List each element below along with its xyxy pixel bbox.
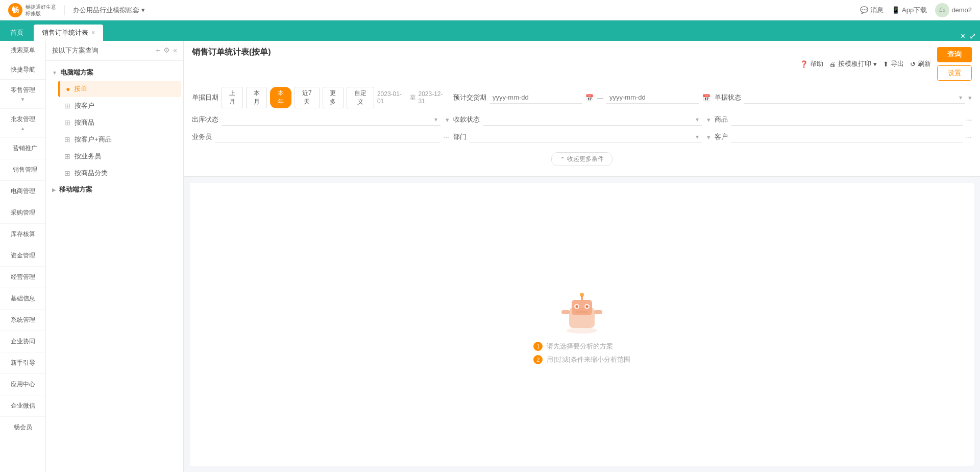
shipment-status-label: 出库状态 [192,115,218,124]
template-print-btn[interactable]: 🖨 按模板打印 ▾ [829,59,877,68]
settings-button[interactable]: 设置 [937,65,972,81]
sidebar-item-wholesale[interactable]: 批发管理 ▲ [0,109,45,138]
payment-status-select[interactable] [483,113,702,126]
collapse-button[interactable]: ⌃ 收起更多条件 [551,152,612,166]
scheme-item-by-goods[interactable]: ⊞ 按商品 [58,114,181,131]
by-salesperson-label: 按业务员 [75,152,101,161]
title-row: 销售订单统计表(按单) ❓ 帮助 🖨 按模板打印 ▾ ⬆ [192,47,972,81]
mobile-group-title: 移动端方案 [59,185,92,194]
customer-input[interactable] [731,131,963,143]
scheme-item-by-category[interactable]: ⊞ 按商品分类 [58,165,181,181]
top-bar-left: 畅 畅捷通好生意 标账版 办公用品行业模拟账套 ▾ [8,3,145,17]
sidebar-search-menu[interactable]: 搜索菜单 [0,41,45,60]
window-max-btn[interactable]: ⤢ [969,31,976,41]
page-title: 销售订单统计表(按单) [192,47,271,58]
tab-close-icon[interactable]: × [91,29,95,36]
collapse-label: 收起更多条件 [567,155,604,163]
tab-home[interactable]: 首页 [2,25,32,41]
sidebar-item-marketing[interactable]: 营销推广 [0,138,45,159]
message-icon: 💬 [860,6,868,14]
wholesale-label: 批发管理 [11,115,35,124]
user-avatar-area[interactable]: Ea demo2 [935,3,972,17]
refresh-icon: ↺ [910,60,916,68]
tab-home-label: 首页 [10,28,23,37]
goods-more-btn[interactable]: ··· [966,115,972,124]
goods-input[interactable] [731,113,963,126]
sidebar-item-inventory[interactable]: 库存核算 [0,224,45,245]
scheme-group-pc-header[interactable]: ▼ 电脑端方案 [46,65,183,80]
tip-text-1: 请先选择要分析的方案 [547,342,613,351]
date-btn-this-month[interactable]: 本月 [246,87,267,108]
sidebar-item-member[interactable]: 畅会员 [0,417,45,438]
bill-status-select[interactable] [744,91,965,104]
scheme-item-by-salesperson[interactable]: ⊞ 按业务员 [58,148,181,164]
collapse-icon: ⌃ [560,156,565,163]
window-close-btn[interactable]: × [961,32,965,41]
sidebar-quick-nav[interactable]: 快捷导航 [0,60,45,80]
date-btn-7days[interactable]: 近7天 [295,87,319,108]
scheme-settings-btn[interactable]: ⚙ [163,46,170,55]
by-category-icon: ⊞ [64,169,70,177]
help-btn[interactable]: ❓ 帮助 [800,59,823,68]
svg-point-0 [567,327,597,334]
scheme-item-by-customer[interactable]: ⊞ 按客户 [58,98,181,114]
sidebar-item-purchase[interactable]: 采购管理 [0,202,45,224]
tab-sales-stats[interactable]: 销售订单统计表 × [34,25,103,41]
scheme-item-by-cust-goods[interactable]: ⊞ 按客户+商品 [58,131,181,148]
app-download-btn[interactable]: 📱 App下载 [892,6,927,15]
appcenter-label: 应用中心 [11,380,35,389]
scheme-collapse-btn[interactable]: « [173,46,177,55]
sidebar-item-newguide[interactable]: 新手引导 [0,352,45,374]
retail-label: 零售管理 [11,86,35,95]
date-btn-custom[interactable]: 自定义 [347,87,374,108]
calendar-icon-end[interactable]: 📅 [702,94,710,102]
expected-date-end-input[interactable] [606,91,699,104]
enterprise-label: 企业协同 [11,337,35,346]
expected-date-label: 预计交货期 [453,93,486,102]
shipment-status-select[interactable] [222,113,440,126]
expected-date-start-input[interactable] [489,91,582,104]
sidebar-item-basic[interactable]: 基础信息 [0,288,45,310]
sales-label: 销售管理 [13,166,37,174]
date-btn-last-month[interactable]: 上月 [222,87,243,108]
sidebar-item-corpwechat[interactable]: 企业微信 [0,395,45,417]
salesperson-more-btn[interactable]: ··· [443,133,449,141]
query-button[interactable]: 查询 [937,47,972,62]
export-btn[interactable]: ⬆ 导出 [883,59,904,68]
scheme-add-btn[interactable]: + [156,46,160,55]
top-bar: 畅 畅捷通好生意 标账版 办公用品行业模拟账套 ▾ 💬 消息 📱 App下载 E… [0,0,980,20]
scheme-panel-title: 按以下方案查询 [52,46,99,55]
date-btn-this-year[interactable]: 本年 [270,87,291,108]
newguide-label: 新手引导 [11,359,35,367]
messages-btn[interactable]: 💬 消息 [860,6,884,15]
scheme-group-mobile-header[interactable]: ▶ 移动端方案 [46,182,183,197]
sidebar-item-appcenter[interactable]: 应用中心 [0,374,45,395]
empty-tips: 1 请先选择要分析的方案 2 用[过滤]条件来缩小分析范围 [533,342,630,364]
filter-row-1: 单据日期 上月 本月 本年 近7天 更多 自定义 2023-01-01 至 20… [192,87,972,108]
sidebar-item-ecommerce[interactable]: 电商管理 [0,181,45,202]
filter-row-2: 出库状态 ▾ 收款状态 [192,113,972,126]
salesperson-input[interactable] [215,131,440,143]
sidebar-item-retail[interactable]: 零售管理 ▼ [0,80,45,109]
sidebar-item-operations[interactable]: 经营管理 [0,267,45,288]
sidebar-item-finance[interactable]: 资金管理 [0,245,45,267]
sidebar-item-sales[interactable]: 销售管理 [0,159,45,181]
sidebar-item-enterprise[interactable]: 企业协同 [0,331,45,352]
scheme-item-by-order[interactable]: ● 按单 [58,81,181,97]
salesperson-label: 业务员 [192,132,212,141]
refresh-btn[interactable]: ↺ 刷新 [910,59,931,68]
scheme-pc-items: ● 按单 ⊞ 按客户 ⊞ 按商品 ⊞ 按客户+商 [46,81,183,181]
department-label: 部门 [453,132,467,141]
calendar-icon-start[interactable]: 📅 [585,94,594,102]
department-select[interactable] [470,131,702,143]
by-goods-icon: ⊞ [64,119,70,127]
bill-status-label: 单据状态 [715,93,741,102]
date-filter-area: 单据日期 上月 本月 本年 近7天 更多 自定义 2023-01-01 至 20… [192,87,449,108]
scheme-panel-actions: + ⚙ « [156,46,177,55]
date-btn-more[interactable]: 更多 [323,87,344,108]
export-label: 导出 [891,59,904,68]
member-label: 畅会员 [14,423,32,432]
customer-more-btn[interactable]: ··· [966,133,972,141]
sidebar-item-system[interactable]: 系统管理 [0,310,45,331]
mobile-group-arrow: ▶ [52,187,56,193]
